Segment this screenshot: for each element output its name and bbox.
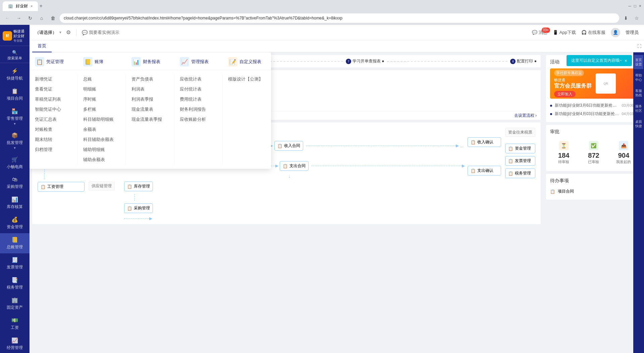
category-ledger[interactable]: 📒 账簿 <box>78 52 126 70</box>
back-button[interactable]: ← <box>3 13 12 23</box>
expense-contract-box[interactable]: 📋 支出合同 <box>280 161 309 171</box>
maximize-button[interactable]: □ <box>634 4 636 8</box>
right-nav-help[interactable]: 帮助 中心 <box>634 70 643 85</box>
tab-close-button[interactable]: × <box>31 4 33 8</box>
category-mgmt-report[interactable]: 📈 管理报表 <box>174 52 223 70</box>
url-input[interactable] <box>60 13 619 23</box>
todo-item-1[interactable]: 📋 项目合同 <box>550 187 637 196</box>
menu-item-subject-aux-balance[interactable]: 科目辅助余额表 <box>83 135 120 145</box>
menu-item-draft-voucher[interactable]: 草稿凭证列表 <box>35 94 72 104</box>
delete-button[interactable]: 🗑 <box>48 13 58 23</box>
menu-item-profit-report[interactable]: 财务利润报告 <box>180 104 217 114</box>
expense-confirm-box[interactable]: 📋 支出确认 <box>468 166 501 175</box>
inventory-mgmt-box[interactable]: 📋 库存管理 <box>124 182 153 191</box>
menu-item-cash-flow-quarterly[interactable]: 现金流量表季报 <box>131 114 169 124</box>
news-item-1[interactable]: 新功能|好业财3月6日功能更新抢先知 03月06日 <box>550 101 637 110</box>
menu-item-balance-sheet[interactable]: 资产负债表 <box>131 74 169 84</box>
right-nav-desktop[interactable]: 桌面 快捷 <box>634 117 643 131</box>
active-tab[interactable]: 🏢 好业财 × <box>3 1 38 11</box>
capital-mgmt-box[interactable]: 📋 资金管理 <box>505 144 535 153</box>
menu-item-new-voucher[interactable]: 新增凭证 <box>35 74 72 84</box>
menu-item-subject-aux-detail[interactable]: 科目辅助明细账 <box>83 114 120 124</box>
menu-item-smart-voucher[interactable]: 智能凭证中心 <box>35 104 72 114</box>
app-download-button[interactable]: 📱 App下载 <box>553 30 576 36</box>
menu-item-multi-column[interactable]: 多栏账 <box>83 104 120 114</box>
sidebar-item-quicknav[interactable]: ⚡ 快捷导航 <box>0 64 30 85</box>
purchase-mgmt-box[interactable]: 📋 采购管理 <box>124 203 153 213</box>
menu-item-cash-flow[interactable]: 现金流量表 <box>131 104 169 114</box>
sidebar-item-purchase[interactable]: 🛍 采购管理 <box>0 173 30 193</box>
sidebar-item-retail[interactable]: 🏪 零售管理 ▼ <box>0 105 30 129</box>
sidebar-item-invoice[interactable]: 🧾 发票管理 <box>0 253 30 273</box>
right-nav-community[interactable]: 服务 社区 <box>634 101 643 115</box>
tax-mgmt-box[interactable]: 📋 税务管理 <box>505 168 535 178</box>
refresh-button[interactable]: ↻ <box>25 13 35 23</box>
download-button[interactable]: ⬇ <box>621 13 631 23</box>
logo-subtitle: 专业版 <box>13 39 27 43</box>
category-custom-report[interactable]: 📝 自定义报表 <box>223 52 271 70</box>
user-avatar[interactable]: 👤 <box>611 28 620 37</box>
menu-item-income-statement[interactable]: 利润表 <box>131 84 169 94</box>
top-bar: （请选择） ▼ ⚙ 💬 我要看实例演示 💬 消息 99+ 📱 App下载 <box>30 25 644 40</box>
category-financial-report[interactable]: 📊 财务报表 <box>126 52 174 70</box>
sidebar-item-ecommerce[interactable]: 🛒 小畅电商 <box>0 153 30 173</box>
menu-item-template-design[interactable]: 模版设计【公测】 <box>228 74 266 84</box>
tooltip-close-button[interactable]: × <box>625 58 627 63</box>
sidebar-item-accounting[interactable]: 📒 总账管理 <box>0 233 30 253</box>
bookmark-button[interactable]: ☆ <box>632 13 641 23</box>
menu-item-detail-ledger[interactable]: 明细账 <box>83 84 120 94</box>
menu-item-aging-analysis[interactable]: 应收账龄分析 <box>180 114 217 124</box>
join-button[interactable]: 立即加入 <box>554 91 576 97</box>
sidebar-item-projects[interactable]: 📋 项目合同 <box>0 85 30 105</box>
approval-pending[interactable]: ⏳ 184 待审核 <box>550 138 577 167</box>
flow-arrow-down-1: ↓ <box>115 173 464 179</box>
right-nav-customer[interactable]: 客服 热线 <box>634 86 643 100</box>
sidebar-search-btn[interactable]: 🔍 搜索菜单 <box>0 47 30 63</box>
menu-item-reconciliation[interactable]: 对账检查 <box>35 124 72 135</box>
menu-item-payable-stats[interactable]: 应付统计表 <box>180 84 217 94</box>
forward-button[interactable]: → <box>14 13 23 23</box>
category-voucher[interactable]: 📋 凭证管理 <box>30 52 78 70</box>
demo-button[interactable]: 💬 我要看实例演示 <box>82 30 119 36</box>
menu-item-general-ledger[interactable]: 总账 <box>83 74 120 84</box>
menu-item-expense-stats[interactable]: 费用统计表 <box>180 94 217 104</box>
approval-done[interactable]: ✅ 872 已审核 <box>580 138 607 167</box>
right-nav-home[interactable]: 首页 设置 <box>634 55 643 69</box>
company-selector[interactable]: （请选择） ▼ <box>35 30 62 36</box>
sidebar-item-payroll[interactable]: 💵 工资 <box>0 314 30 334</box>
menu-item-voucher-summary[interactable]: 凭证汇总表 <box>35 114 72 124</box>
message-button[interactable]: 💬 消息 99+ <box>532 30 547 36</box>
sidebar-item-operations[interactable]: 📈 经营管理 <box>0 334 30 353</box>
menu-item-archive[interactable]: 归档管理 <box>35 145 72 155</box>
home-button[interactable]: ⌂ <box>37 13 46 23</box>
sidebar-item-tax[interactable]: 📑 税务管理 <box>0 273 30 294</box>
financial-report-col: 资产负债表 利润表 利润表季报 现金流量表 现金流量表季报 <box>126 74 174 165</box>
menu-item-income-quarterly[interactable]: 利润表季报 <box>131 94 169 104</box>
sidebar-item-assets[interactable]: 🏢 固定资产 <box>0 294 30 314</box>
tab-home[interactable]: 首页 <box>32 40 52 52</box>
sidebar-item-wholesale[interactable]: 📦 批发管理 ▼ <box>0 129 30 153</box>
purchase-icon-flow: 📋 <box>127 206 132 211</box>
sidebar-item-capital[interactable]: 💰 资金管理 <box>0 213 30 233</box>
expand-button[interactable]: ⛶ <box>637 44 641 49</box>
news-item-2[interactable]: 新功能|好业财4月03日功能更新抢先知 04月03日 <box>550 110 637 118</box>
menu-item-chronological[interactable]: 序时账 <box>83 94 120 104</box>
online-service-button[interactable]: 🎧 在线客服 <box>581 30 605 36</box>
browser-chrome: 🏢 好业财 × + ─ □ × <box>0 0 644 12</box>
window-close-button[interactable]: × <box>639 4 641 8</box>
menu-item-period-end[interactable]: 期末结转 <box>35 135 72 145</box>
invoice-mgmt-box[interactable]: 📋 发票管理 <box>505 156 535 166</box>
menu-item-aux-balance[interactable]: 辅助余额表 <box>83 155 120 165</box>
income-contract-box[interactable]: 📋 收入合同 <box>274 141 303 151</box>
new-tab-button[interactable]: + <box>39 3 42 9</box>
topbar-settings-icon[interactable]: ⚙ <box>66 29 71 36</box>
menu-item-view-voucher[interactable]: 查看凭证 <box>35 84 72 94</box>
salary-mgmt-box[interactable]: 📋 工资管理 <box>38 182 85 192</box>
income-confirm-box[interactable]: 📋 收入确认 <box>468 137 501 147</box>
setup-flow-link[interactable]: 去设置流程 › <box>514 113 537 118</box>
menu-item-aux-detail[interactable]: 辅助明细账 <box>83 145 120 155</box>
minimize-button[interactable]: ─ <box>628 4 631 8</box>
menu-item-receivable-stats[interactable]: 应收统计表 <box>180 74 217 84</box>
sidebar-item-inventory[interactable]: 📊 库存核算 <box>0 193 30 213</box>
menu-item-balance[interactable]: 余额表 <box>83 124 120 135</box>
